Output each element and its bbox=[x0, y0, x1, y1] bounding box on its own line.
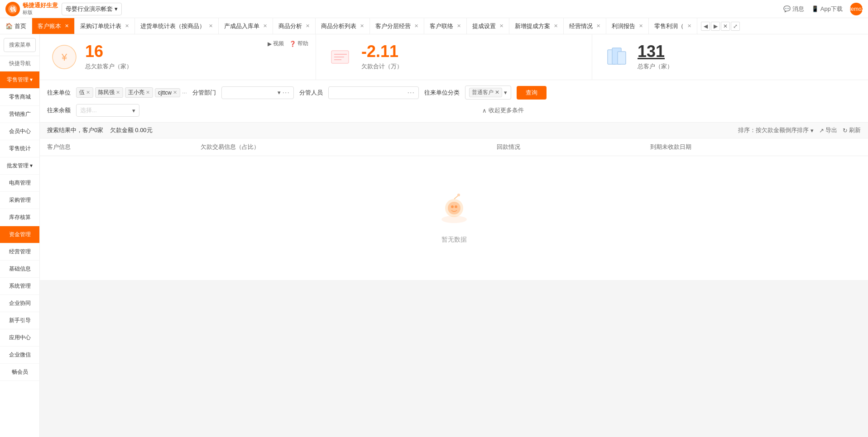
close-icon[interactable]: ✕ bbox=[146, 90, 150, 95]
close-icon[interactable]: ✕ bbox=[263, 23, 267, 29]
more-tags-btn[interactable]: ··· bbox=[182, 89, 187, 96]
close-icon[interactable]: ✕ bbox=[499, 23, 504, 29]
dept-filter-select[interactable]: ▾ ··· bbox=[221, 86, 294, 99]
tab-improve-settings[interactable]: 提成设置 ✕ bbox=[467, 18, 509, 34]
logo-icon: 钱 bbox=[5, 2, 20, 16]
collapse-btn[interactable]: ∧ 收起更多条件 bbox=[479, 104, 528, 116]
sidebar-item-inventory[interactable]: 库存核算 bbox=[0, 209, 39, 226]
industry-selector[interactable]: 母婴行业演示帐套 ▾ bbox=[62, 3, 122, 15]
filter-area: 往来单位 伍 ✕ 陈民强 ✕ 王小亮 ✕ cjttcw ✕ ··· bbox=[40, 80, 868, 123]
tab-product-analysis[interactable]: 商品分析 ✕ bbox=[273, 18, 316, 34]
message-btn[interactable]: 💬 消息 bbox=[783, 5, 804, 13]
logo-area: 钱 畅捷通好生意 标版 bbox=[5, 2, 58, 16]
nav-close-all-btn[interactable]: ✕ bbox=[721, 22, 730, 31]
sidebar-item-retail-mgmt[interactable]: 零售管理 ▾ bbox=[0, 71, 39, 89]
nav-prev-btn[interactable]: ◀ bbox=[701, 22, 710, 31]
balance-filter-select[interactable]: 选择... ▾ bbox=[76, 104, 139, 117]
close-icon[interactable]: ✕ bbox=[65, 23, 69, 29]
unit-tag-wang[interactable]: 王小亮 ✕ bbox=[125, 87, 153, 98]
tab-product-in[interactable]: 产成品入库单 ✕ bbox=[219, 18, 273, 34]
close-icon[interactable]: ✕ bbox=[116, 90, 120, 95]
sidebar-item-capital-mgmt[interactable]: 资金管理 bbox=[0, 226, 39, 243]
sidebar-item-retail-stats[interactable]: 零售统计 bbox=[0, 140, 39, 157]
unit-tag-cjttcw[interactable]: cjttcw ✕ bbox=[155, 88, 180, 97]
sidebar-quick-nav[interactable]: 快捷导航 bbox=[0, 56, 39, 71]
sidebar-search-btn[interactable]: 搜索菜单 bbox=[4, 38, 36, 52]
sidebar-item-ecommerce[interactable]: 电商管理 bbox=[0, 175, 39, 192]
tab-home[interactable]: 🏠 首页 bbox=[0, 18, 32, 34]
sidebar-item-member-center[interactable]: 会员中心 bbox=[0, 123, 39, 140]
nav-next-btn[interactable]: ▶ bbox=[711, 22, 720, 31]
help-btn[interactable]: ❓ 帮助 bbox=[289, 40, 308, 48]
export-btn[interactable]: ↗ 导出 bbox=[819, 126, 837, 134]
close-icon[interactable]: ✕ bbox=[209, 23, 213, 29]
customer-type-label: 普通客户 bbox=[472, 89, 494, 95]
tab-purchase-order[interactable]: 采购订单统计表 ✕ bbox=[75, 18, 135, 34]
sidebar-item-label: 企业微信 bbox=[9, 352, 31, 358]
sidebar-item-marketing[interactable]: 营销推广 bbox=[0, 106, 39, 123]
tab-instock-stats[interactable]: 进货单统计表（按商品） ✕ bbox=[135, 18, 219, 34]
close-icon[interactable]: ✕ bbox=[414, 23, 418, 29]
sidebar-item-label: 经营管理 bbox=[9, 248, 31, 255]
sidebar-item-basic-info[interactable]: 基础信息 bbox=[0, 261, 39, 278]
tab-new-improve[interactable]: 新增提成方案 ✕ bbox=[509, 18, 564, 34]
more-options-icon[interactable]: ··· bbox=[408, 89, 415, 97]
chevron-down-icon: ▾ bbox=[30, 162, 33, 169]
empty-cell: 暂无数据 bbox=[40, 156, 868, 280]
sidebar-item-wholesale-mgmt[interactable]: 批发管理 ▾ bbox=[0, 157, 39, 175]
close-icon[interactable]: ✕ bbox=[495, 89, 499, 95]
close-icon[interactable]: ✕ bbox=[596, 23, 600, 29]
svg-rect-10 bbox=[618, 52, 626, 64]
message-label: 消息 bbox=[792, 5, 804, 13]
sort-select[interactable]: 排序：按欠款金额倒序排序 ▾ bbox=[738, 126, 814, 134]
video-btn[interactable]: ▶ 视频 bbox=[268, 40, 284, 48]
tab-customer-segment[interactable]: 客户分层经营 ✕ bbox=[370, 18, 424, 34]
user-avatar-area[interactable]: demo2 bbox=[850, 3, 863, 15]
sidebar-item-enterprise-coop[interactable]: 企业协同 bbox=[0, 295, 39, 312]
sidebar-item-operations-mgmt[interactable]: 经营管理 bbox=[0, 243, 39, 261]
tab-profit-report-label: 利润报告 bbox=[612, 22, 635, 30]
unit-type-select[interactable]: 普通客户 ✕ ▾ bbox=[465, 86, 511, 100]
tab-customer-contact[interactable]: 客户联络 ✕ bbox=[424, 18, 467, 34]
tab-product-analysis-list[interactable]: 商品分析列表 ✕ bbox=[316, 18, 370, 34]
sidebar-item-retail-mall[interactable]: 零售商城 bbox=[0, 89, 39, 106]
person-filter-select[interactable]: ··· bbox=[328, 86, 419, 99]
table-header-row: 客户信息 欠款交易信息（占比） 回款情况 到期未收款日期 bbox=[40, 138, 868, 156]
sidebar-item-vip-member[interactable]: 畅会员 bbox=[0, 364, 39, 381]
close-icon[interactable]: ✕ bbox=[306, 23, 310, 29]
close-icon[interactable]: ✕ bbox=[639, 23, 643, 29]
results-actions: 排序：按欠款金额倒序排序 ▾ ↗ 导出 ↻ 刷新 bbox=[738, 126, 861, 134]
svg-point-15 bbox=[455, 205, 457, 208]
refresh-btn[interactable]: ↻ 刷新 bbox=[843, 126, 861, 134]
close-icon[interactable]: ✕ bbox=[457, 23, 461, 29]
tab-retail-profit[interactable]: 零售利润（ ✕ bbox=[649, 18, 697, 34]
avatar: demo2 bbox=[850, 3, 863, 15]
sidebar-item-label: 资金管理 bbox=[9, 231, 31, 238]
sidebar-item-app-center[interactable]: 应用中心 bbox=[0, 329, 39, 347]
unit-filter-label: 往来单位 bbox=[47, 89, 71, 97]
tab-customer-book[interactable]: 客户账本 ✕ bbox=[32, 18, 75, 34]
close-icon[interactable]: ✕ bbox=[360, 23, 364, 29]
sidebar-item-system-mgmt[interactable]: 系统管理 bbox=[0, 278, 39, 295]
nav-arrows: ◀ ▶ ✕ ⤢ bbox=[697, 18, 743, 34]
unit-tag-chen[interactable]: 陈民强 ✕ bbox=[95, 87, 123, 98]
search-btn[interactable]: 查询 bbox=[517, 86, 547, 100]
close-icon[interactable]: ✕ bbox=[554, 23, 558, 29]
sidebar-item-new-guide[interactable]: 新手引导 bbox=[0, 312, 39, 329]
close-icon[interactable]: ✕ bbox=[687, 23, 691, 29]
unit-tag-wu[interactable]: 伍 ✕ bbox=[76, 87, 93, 98]
stat-card-debt-customers: ¥ 16 总欠款客户（家） ▶ 视频 ❓ 帮助 bbox=[40, 34, 316, 80]
message-icon: 💬 bbox=[783, 5, 791, 12]
tab-profit-report[interactable]: 利润报告 ✕ bbox=[606, 18, 649, 34]
chevron-down-icon: ▾ bbox=[504, 89, 507, 96]
nav-expand-btn[interactable]: ⤢ bbox=[731, 22, 740, 31]
close-icon[interactable]: ✕ bbox=[86, 90, 90, 95]
app-download-btn[interactable]: 📱 App下载 bbox=[811, 5, 843, 13]
sidebar-item-purchase-mgmt[interactable]: 采购管理 bbox=[0, 192, 39, 209]
close-icon[interactable]: ✕ bbox=[125, 23, 129, 29]
more-options-icon[interactable]: ··· bbox=[283, 89, 290, 97]
tab-operation[interactable]: 经营情况 ✕ bbox=[564, 18, 606, 34]
close-icon[interactable]: ✕ bbox=[173, 90, 177, 95]
svg-line-16 bbox=[454, 196, 458, 199]
sidebar-item-enterprise-wechat[interactable]: 企业微信 bbox=[0, 347, 39, 364]
